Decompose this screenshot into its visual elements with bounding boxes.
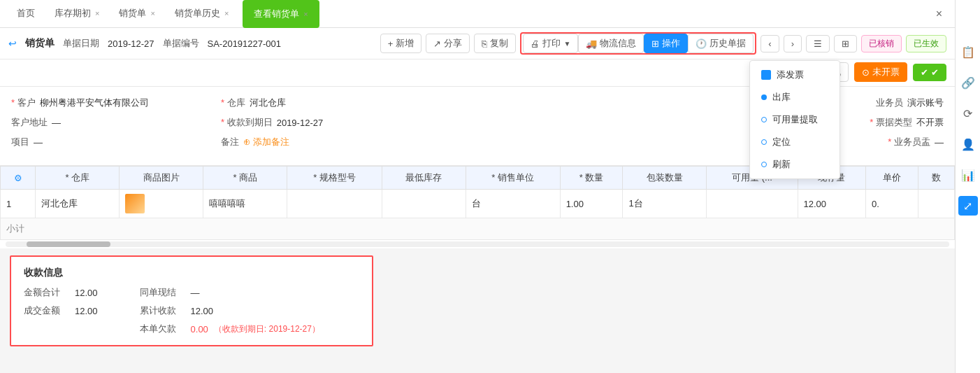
copy-button[interactable]: ⎘ 复制 [474,34,516,53]
locate-icon [761,139,767,145]
add-note-button[interactable]: ⊕ 添加备注 [243,136,289,148]
col-unit: * 销售单位 [466,167,560,190]
doc-info: ↩ 销货单 单据日期 2019-12-27 单据编号 SA-20191227-0… [8,37,375,50]
cell-warehouse: 河北仓库 [36,190,120,218]
sales-staff-label: 业务员盂 [888,136,930,148]
share-button[interactable]: ↗ 分享 [426,34,470,53]
col-spec: * 规格型号 [287,167,382,190]
view-list-button[interactable]: ☰ [806,35,830,52]
col-settings[interactable]: ⚙ [1,167,36,190]
logistics-button[interactable]: 🚚 物流信息 [578,34,644,53]
tab-sales-history[interactable]: 销货单历史 × [165,0,238,28]
sold-badge: 已核销 [861,35,902,52]
doc-number-value: SA-20191227-001 [208,38,282,49]
col-qty: * 数量 [560,167,623,190]
customer-field: 客户 柳州粤港平安气体有限公司 [11,97,207,109]
note-field: 备注 ⊕ 添加备注 [221,136,417,148]
invoice-icon [761,70,771,80]
payment-area: 收款信息 金额合计 12.00 成交金额 12.00 同单现结 — [0,248,955,360]
total-amount-row: 金额合计 12.00 [24,286,98,299]
nav-prev-button[interactable]: ‹ [761,35,779,52]
scrollbar-thumb [27,241,110,247]
menu-item-available-qty[interactable]: 可用量提取 [750,108,840,131]
sales-staff-field: 业务员盂 — [888,136,944,148]
sidebar-icon-5[interactable]: 📊 [958,165,978,185]
cell-qty: 1.00 [560,190,623,218]
cell-min-stock [382,190,466,218]
staff-value: 演示账号 [907,97,944,109]
doc-number-label: 单据编号 [163,37,199,50]
doc-icon: ↩ [8,38,17,49]
nav-next-button[interactable]: › [784,35,802,52]
tab-view-sales[interactable]: 查看销货单 × [243,0,319,28]
tab-bar: 首页 库存期初 × 销货单 × 销货单历史 × 查看销货单 × × [0,0,955,28]
payment-col-right: 同单现结 — 累计收款 12.00 本单欠款 0.00 （收款到期日: 2019… [140,286,320,335]
cell-available [707,190,798,218]
sidebar-icon-4[interactable]: 👤 [958,134,978,154]
cell-unit: 台 [466,190,560,218]
history-button[interactable]: 🕐 历史单据 [688,34,754,53]
ticket-field: 票据类型 不开票 [870,116,944,129]
operate-button[interactable]: ⊞ 操作 [644,34,688,53]
project-field: 项目 — [11,136,207,148]
menu-item-locate[interactable]: 定位 [750,131,840,153]
not-open-button[interactable]: ⊙ 未开票 [854,62,907,82]
tab-inventory-init[interactable]: 库存期初 × [45,0,109,28]
payment-col-left: 金额合计 12.00 成交金额 12.00 [24,286,98,335]
payment-rows: 金额合计 12.00 成交金额 12.00 同单现结 — 累计收款 [24,286,359,335]
due-date-label: 收款到期日 [221,116,273,129]
sidebar-icon-3[interactable]: ⟳ [958,104,978,123]
tab-close-history[interactable]: × [224,9,229,17]
due-date-field: 收款到期日 2019-12-27 [221,116,417,129]
sidebar-icon-2[interactable]: 🔗 [958,73,978,92]
tab-close-view[interactable]: × [303,10,308,18]
due-row: 本单欠款 0.00 （收款到期日: 2019-12-27） [140,323,320,335]
menu-item-add-invoice[interactable]: 添发票 [750,64,840,86]
operate-dropdown: 添发票 出库 可用量提取 定位 刷新 [749,60,840,179]
deal-amount-label: 成交金额 [24,304,69,317]
table-row: 1 河北仓库 嘻嘻嘻嘻 台 1.00 1台 12.00 0. [1,190,955,218]
product-image [125,194,145,213]
truck-icon: 🚚 [586,38,597,49]
sidebar-icon-expand[interactable]: ⤢ [958,196,978,216]
effect-badge: 已生效 [906,35,946,52]
menu-item-outbound[interactable]: 出库 [750,86,840,108]
customer-value: 柳州粤港平安气体有限公司 [40,97,149,109]
red-highlight-box: 🖨 打印 ▼ 🚚 物流信息 ⊞ 操作 🕐 历史单据 [520,32,756,55]
available-qty-icon [761,117,767,122]
right-sidebar: 📋 🔗 ⟳ 👤 📊 ⤢ [955,0,980,360]
cell-product: 嘻嘻嘻嘻 [203,190,287,218]
doc-date-value: 2019-12-27 [108,38,154,49]
same-order-value: — [191,288,200,298]
main-toolbar: ↩ 销货单 单据日期 2019-12-27 单据编号 SA-20191227-0… [0,28,955,59]
project-label: 项目 [11,136,29,148]
horizontal-scrollbar[interactable] [6,241,949,247]
tab-close-inventory[interactable]: × [95,9,99,17]
due-value: 0.00 [191,324,208,335]
view-grid-button[interactable]: ⊞ [834,35,857,52]
tab-sales[interactable]: 销货单 × [109,0,164,28]
plus-icon: + [388,38,394,49]
address-label: 客户地址 [11,116,48,129]
col-min-stock: 最低库存 [382,167,466,190]
share-icon: ↗ [433,38,441,49]
print-dropdown-icon: ▼ [563,40,570,48]
col-price: 单价 [865,167,918,190]
circle-icon: ⊙ [862,67,870,78]
due-label: 本单欠款 [140,323,185,335]
print-button[interactable]: 🖨 打印 ▼ [523,34,578,53]
tab-close-sales[interactable]: × [150,9,154,17]
project-value: — [34,137,43,148]
window-close-button[interactable]: × [930,8,948,20]
copy-icon: ⎘ [482,38,487,49]
grid-icon: ⊞ [651,38,659,49]
tab-home[interactable]: 首页 [7,0,45,28]
menu-item-refresh[interactable]: 刷新 [750,153,840,176]
add-button[interactable]: + 新增 [380,34,422,53]
col-warehouse: * 仓库 [36,167,120,190]
subtotal-row: 小计 [1,218,955,240]
confirm-button[interactable]: ✔ ✔ [913,64,946,81]
col-extra: 数 [918,167,954,190]
sidebar-icon-1[interactable]: 📋 [958,42,978,62]
cell-extra [918,190,954,218]
